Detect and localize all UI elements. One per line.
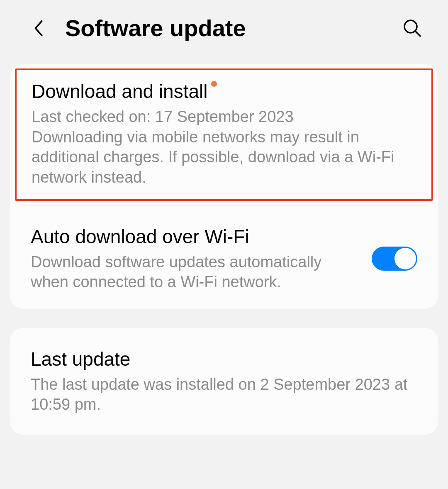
- page-title: Software update: [65, 15, 383, 42]
- download-install-title-text: Download and install: [32, 81, 208, 102]
- auto-download-title: Auto download over Wi-Fi: [31, 225, 249, 248]
- auto-download-subtitle: Download software updates automatically …: [31, 252, 355, 292]
- last-update-item[interactable]: Last update The last update was installe…: [10, 328, 438, 435]
- svg-line-1: [415, 31, 420, 36]
- last-update-title: Last update: [31, 348, 130, 370]
- settings-card-1: Download and install Last checked on: 17…: [10, 64, 438, 309]
- auto-download-item[interactable]: Auto download over Wi-Fi Download softwa…: [10, 205, 438, 309]
- download-install-item[interactable]: Download and install Last checked on: 17…: [15, 68, 433, 201]
- auto-download-text: Auto download over Wi-Fi Download softwa…: [31, 225, 355, 292]
- last-update-subtitle: The last update was installed on 2 Septe…: [31, 374, 417, 415]
- app-header: Software update: [0, 0, 448, 56]
- auto-download-toggle[interactable]: [372, 247, 417, 271]
- back-icon[interactable]: [30, 20, 46, 37]
- settings-card-2: Last update The last update was installe…: [10, 328, 438, 435]
- download-warning-text: Downloading via mobile networks may resu…: [32, 128, 394, 186]
- search-icon[interactable]: [402, 17, 423, 39]
- notification-dot-icon: [211, 81, 217, 87]
- toggle-knob: [394, 248, 416, 269]
- download-install-subtitle: Last checked on: 17 September 2023 Downl…: [32, 107, 416, 188]
- download-install-title: Download and install: [32, 80, 208, 103]
- last-checked-text: Last checked on: 17 September 2023: [32, 108, 294, 125]
